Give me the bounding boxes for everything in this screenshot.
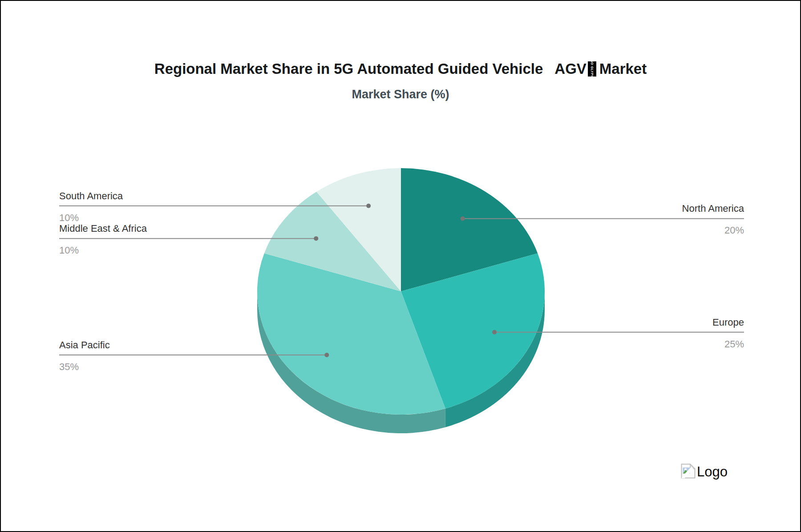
pie-chart: North America20%Europe25%Asia Pacific35%…: [1, 1, 801, 532]
slice-value-europe: 25%: [724, 339, 744, 350]
label-dot-asia-pacific: [324, 353, 329, 357]
logo-alt-text: Logo: [697, 465, 728, 479]
slice-label-south-america: South America: [59, 190, 123, 202]
label-dot-north-america: [461, 216, 465, 221]
slice-value-south-america: 10%: [59, 212, 79, 223]
label-dot-europe: [492, 330, 497, 335]
slice-label-north-america: North America: [682, 203, 744, 214]
report-canvas: Regional Market Share in 5G Automated Gu…: [0, 0, 801, 532]
logo: Logo: [681, 463, 728, 479]
slice-value-asia-pacific: 35%: [59, 361, 79, 372]
slice-value-north-america: 20%: [724, 225, 744, 236]
slice-label-asia-pacific: Asia Pacific: [59, 339, 110, 351]
broken-image-icon: [681, 463, 696, 479]
pie-slices-layer: [257, 168, 545, 415]
slice-label-middle-east-africa: Middle East & Africa: [59, 223, 147, 234]
label-dot-middle-east-africa: [314, 236, 318, 241]
label-dot-south-america: [366, 204, 371, 208]
slice-label-europe: Europe: [712, 317, 744, 328]
slice-value-middle-east-africa: 10%: [59, 245, 79, 256]
